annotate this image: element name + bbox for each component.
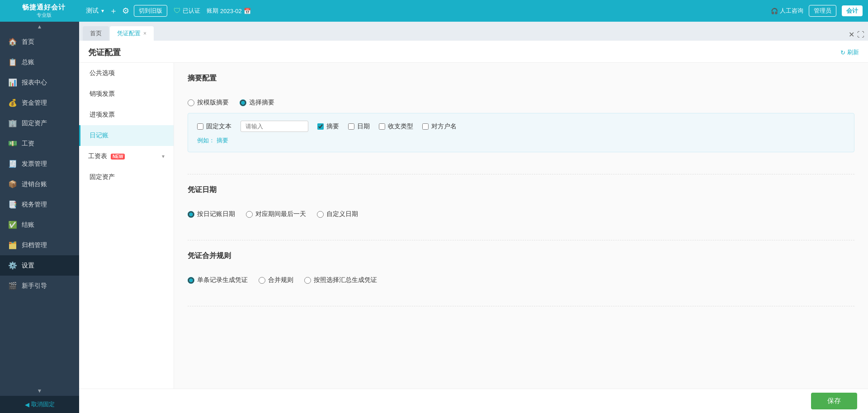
- cancel-fixed-label: 取消固定: [31, 400, 55, 408]
- sidebar-label-funds: 资金管理: [22, 99, 47, 107]
- checkbox-payment-type-label: 收支类型: [388, 122, 413, 131]
- radio-custom-date[interactable]: 自定义日期: [317, 210, 358, 218]
- reports-icon: 📊: [8, 78, 17, 87]
- fullscreen-btn[interactable]: ⛶: [857, 31, 864, 39]
- sidebar-item-home[interactable]: 🏠 首页: [0, 32, 79, 52]
- sidebar-label-close: 结账: [22, 221, 34, 229]
- sidebar-item-assets[interactable]: 🏢 固定资产: [0, 113, 79, 133]
- tab-home[interactable]: 首页: [83, 26, 109, 41]
- home-icon: 🏠: [8, 38, 17, 46]
- close-tab-icon[interactable]: ×: [143, 31, 146, 36]
- sidebar-item-guide[interactable]: 🎬 新手引导: [0, 276, 79, 296]
- scroll-down-btn[interactable]: ▼: [0, 386, 79, 396]
- left-nav-item-journal[interactable]: 日记账: [79, 125, 174, 146]
- radio-by-journal-date[interactable]: 按日记账日期: [188, 210, 235, 218]
- left-nav-item-sales-invoice[interactable]: 销项发票: [79, 84, 174, 104]
- refresh-icon: ↻: [840, 49, 845, 56]
- example-text: 例如： 摘要: [197, 136, 845, 145]
- cancel-fixed-btn[interactable]: ◀ 取消固定: [0, 396, 79, 413]
- sidebar-label-salary: 工资: [22, 140, 34, 148]
- radio-custom-date-label: 自定义日期: [326, 210, 358, 218]
- section-summary-config: 摘要配置 按模版摘要 选择摘要: [188, 74, 854, 160]
- radio-by-date-label: 按日记账日期: [197, 210, 235, 218]
- sidebar-item-archive[interactable]: 🗂️ 归档管理: [0, 235, 79, 255]
- sidebar-item-invoice[interactable]: 🧾 发票管理: [0, 154, 79, 174]
- date-radio-group: 按日记账日期 对应期间最后一天 自定义日期: [188, 210, 854, 218]
- radio-single-record-input[interactable]: [188, 277, 194, 284]
- radio-select-merge[interactable]: 按照选择汇总生成凭证: [304, 276, 377, 284]
- project-selector[interactable]: 测试 ▾: [86, 7, 104, 15]
- sidebar-item-purchase-sales[interactable]: 📦 进销台账: [0, 174, 79, 194]
- checkbox-date-label: 日期: [357, 122, 370, 131]
- tab-voucher-config[interactable]: 凭证配置 ×: [110, 26, 154, 41]
- accountant-button[interactable]: 会计: [842, 5, 863, 16]
- admin-button[interactable]: 管理员: [809, 5, 836, 17]
- checkbox-summary-input[interactable]: [317, 123, 324, 130]
- radio-last-day-input[interactable]: [246, 211, 253, 218]
- refresh-button[interactable]: ↻ 刷新: [840, 48, 859, 56]
- ledger-icon: 📋: [8, 58, 17, 66]
- left-nav-item-purchase-invoice[interactable]: 进项发票: [79, 104, 174, 125]
- sidebar-item-tax[interactable]: 📑 税务管理: [0, 194, 79, 215]
- left-nav-item-payroll[interactable]: 工资表 NEW ▾: [79, 146, 174, 167]
- radio-by-journal-date-input[interactable]: [188, 211, 194, 218]
- sidebar-item-settings[interactable]: ⚙️ 设置: [0, 255, 79, 276]
- radio-select-summary-input[interactable]: [240, 99, 246, 106]
- radio-select-merge-input[interactable]: [304, 277, 311, 284]
- radio-select-summary[interactable]: 选择摘要: [240, 99, 274, 107]
- merge-radio-group: 单条记录生成凭证 合并规则 按照选择汇总生成凭证: [188, 276, 854, 284]
- sidebar-item-funds[interactable]: 💰 资金管理: [0, 93, 79, 113]
- content-header: 凭证配置 ↻ 刷新: [79, 41, 868, 63]
- switch-to-old-btn[interactable]: 切到旧版: [134, 5, 167, 17]
- sidebar-label-purchase-sales: 进销台账: [22, 180, 47, 188]
- save-button[interactable]: 保存: [811, 393, 857, 409]
- checkbox-payment-type[interactable]: 收支类型: [379, 122, 413, 131]
- calendar-icon[interactable]: 📅: [244, 8, 251, 14]
- left-nav-item-public[interactable]: 公共选项: [79, 63, 174, 84]
- radio-template-summary[interactable]: 按模版摘要: [188, 99, 229, 107]
- sidebar-item-close[interactable]: ✅ 结账: [0, 215, 79, 235]
- checkbox-date[interactable]: 日期: [348, 122, 370, 131]
- close-window-btn[interactable]: ✕: [849, 30, 854, 39]
- add-icon[interactable]: ＋: [109, 7, 118, 15]
- radio-merge-rule-input[interactable]: [259, 277, 265, 284]
- pin-icon: ◀: [25, 401, 29, 408]
- checkbox-fixed-text-label: 固定文本: [206, 122, 231, 131]
- sidebar-item-salary[interactable]: 💵 工资: [0, 133, 79, 154]
- checkbox-counterparty[interactable]: 对方户名: [422, 122, 457, 131]
- summary-radio-group: 按模版摘要 选择摘要: [188, 99, 854, 107]
- chevron-down-icon[interactable]: ▾: [101, 8, 104, 14]
- settings-icon[interactable]: ⚙: [122, 7, 129, 15]
- checkbox-fixed-text-input[interactable]: [197, 123, 203, 130]
- checkbox-summary-label: 摘要: [326, 122, 339, 131]
- consult-btn[interactable]: 🎧 人工咨询: [771, 7, 803, 15]
- sidebar-scroll: 🏠 首页 📋 总账 📊 报表中心 💰 资金管理 🏢 固定资产 💵 工资 🧾 发票…: [0, 32, 79, 386]
- sidebar-label-settings: 设置: [22, 262, 34, 270]
- scroll-up-btn[interactable]: ▲: [0, 22, 79, 32]
- section-body-date: 按日记账日期 对应期间最后一天 自定义日期: [188, 203, 854, 225]
- sidebar: ▲ 🏠 首页 📋 总账 📊 报表中心 💰 资金管理 🏢 固定资产 💵 工资 🧾 …: [0, 22, 79, 413]
- sidebar-item-ledger[interactable]: 📋 总账: [0, 52, 79, 72]
- radio-single-record[interactable]: 单条记录生成凭证: [188, 276, 248, 284]
- radio-last-day[interactable]: 对应期间最后一天: [246, 210, 306, 218]
- divider-1: [188, 174, 854, 174]
- radio-custom-date-input[interactable]: [317, 211, 324, 218]
- radio-merge-rule[interactable]: 合并规则: [259, 276, 293, 284]
- checkbox-counterparty-input[interactable]: [422, 123, 429, 130]
- fixed-text-input[interactable]: [241, 121, 308, 132]
- salary-icon: 💵: [8, 139, 17, 148]
- left-nav-label-purchase-invoice: 进项发票: [90, 111, 115, 118]
- checkbox-payment-type-input[interactable]: [379, 123, 385, 130]
- left-nav-item-fixed-assets[interactable]: 固定资产: [79, 167, 174, 188]
- checkbox-date-input[interactable]: [348, 123, 354, 130]
- radio-template-summary-input[interactable]: [188, 99, 194, 106]
- checkbox-summary[interactable]: 摘要: [317, 122, 339, 131]
- section-title-summary: 摘要配置: [188, 74, 854, 83]
- purchase-sales-icon: 📦: [8, 180, 17, 188]
- sidebar-item-reports[interactable]: 📊 报表中心: [0, 72, 79, 93]
- summary-options-row: 固定文本 摘要 日期: [197, 121, 845, 132]
- left-nav-label-payroll: 工资表: [88, 152, 107, 160]
- checkbox-fixed-text[interactable]: 固定文本: [197, 122, 231, 131]
- tab-config-label: 凭证配置: [117, 29, 141, 38]
- summary-config-box: 固定文本 摘要 日期: [188, 113, 854, 152]
